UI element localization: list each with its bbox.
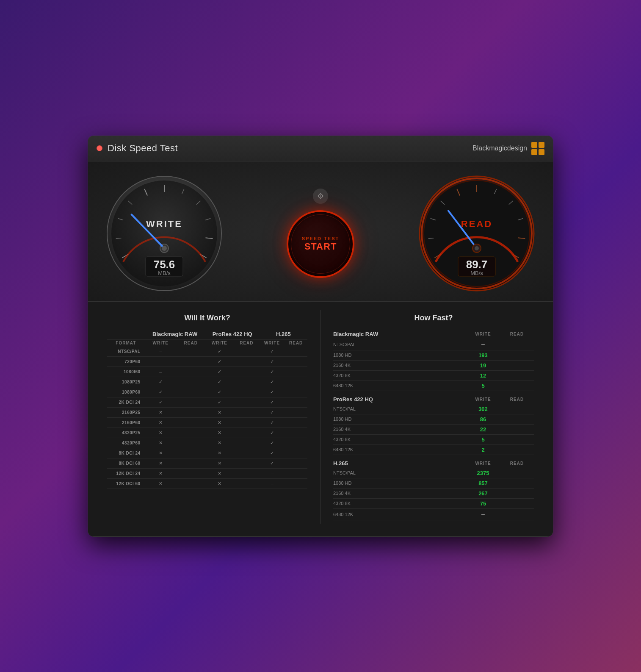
will-it-sub-headers: FORMAT WRITE READ WRITE READ WRITE READ: [107, 339, 307, 347]
pro-write: ✕: [205, 448, 234, 458]
write-gauge: WRITE 75.6 MB/s: [105, 174, 224, 293]
format-cell: 2160p25: [107, 407, 145, 417]
pro-write: ✓: [205, 387, 234, 397]
hf-write-val: 2375: [466, 470, 500, 476]
pro-read: [234, 448, 260, 458]
pro-write: ✕: [205, 478, 234, 489]
pro-write: ✕: [205, 417, 234, 428]
how-fast-panel: How Fast? Blackmagic RAW WRITE READ NTSC…: [320, 310, 540, 524]
hf-row-label: 6480 12K: [333, 447, 466, 452]
h265-read: [285, 387, 307, 397]
hf-row-label: 4320 8K: [333, 373, 466, 378]
hf-read-col: READ: [500, 397, 534, 402]
pro-write: ✓: [205, 397, 234, 407]
pro-write: ✕: [205, 458, 234, 468]
will-it-work-title: Will It Work?: [107, 310, 307, 329]
hf-row-label: 6480 12K: [333, 383, 466, 388]
h265-write: –: [260, 478, 285, 489]
list-item: 1080 HD 86: [333, 414, 534, 425]
how-fast-group: Blackmagic RAW WRITE READ NTSC/PAL – 108…: [333, 329, 534, 391]
h265-write-label: WRITE: [260, 339, 285, 347]
titlebar: Disk Speed Test Blackmagicdesign: [88, 136, 553, 161]
hf-row-label: 1080 HD: [333, 353, 466, 358]
settings-button[interactable]: ⚙: [313, 189, 328, 204]
pro-write: ✓: [205, 356, 234, 367]
hf-read-col: READ: [500, 332, 534, 336]
bmr-write: ✕: [145, 438, 177, 448]
bmr-read: [177, 448, 205, 458]
bmr-read: [177, 417, 205, 428]
bmr-read: [177, 458, 205, 468]
format-cell: 8K DCI 60: [107, 458, 145, 468]
bmr-write: –: [145, 347, 177, 357]
hf-row-label: NTSC/PAL: [333, 470, 466, 475]
pro-read: [234, 387, 260, 397]
hf-group-name: ProRes 422 HQ: [333, 396, 466, 403]
brand-name: Blackmagicdesign: [472, 144, 527, 152]
hf-write-val: 12: [466, 372, 500, 379]
start-label-top: SPEED TEST: [302, 236, 339, 241]
bmr-write: ✕: [145, 428, 177, 438]
bmr-read: [177, 377, 205, 387]
bmr-read: [177, 397, 205, 407]
brand-icon: [531, 142, 544, 155]
format-cell: 1080i60: [107, 367, 145, 377]
format-col-header: [107, 329, 145, 339]
pro-write: ✓: [205, 377, 234, 387]
h265-read: [285, 458, 307, 468]
how-fast-group: ProRes 422 HQ WRITE READ NTSC/PAL 302 10…: [333, 394, 534, 455]
table-row: 2K DCI 24✓✓✓: [107, 397, 307, 407]
list-item: 6480 12K 5: [333, 381, 534, 391]
table-row: 12K DCI 60✕✕–: [107, 478, 307, 489]
hf-row-label: 2160 4K: [333, 363, 466, 368]
hf-row-label: 1080 HD: [333, 480, 466, 486]
bmr-read: [177, 356, 205, 367]
bmr-header: Blackmagic RAW: [145, 329, 205, 339]
bmr-write: ✓: [145, 387, 177, 397]
h265-read: [285, 438, 307, 448]
h265-write: ✓: [260, 347, 285, 357]
h265-read: [285, 367, 307, 377]
pro-read: [234, 438, 260, 448]
hf-row-label: 1080 HD: [333, 417, 466, 422]
h265-read: [285, 478, 307, 489]
app-title: Disk Speed Test: [108, 143, 178, 154]
h265-write: ✓: [260, 387, 285, 397]
hf-write-val: 86: [466, 416, 500, 422]
h265-write: ✓: [260, 458, 285, 468]
hf-write-val: 193: [466, 352, 500, 358]
svg-point-37: [475, 246, 479, 250]
hf-write-val: 75: [466, 500, 500, 507]
brand-logo: Blackmagicdesign: [472, 142, 544, 155]
bmr-write: ✕: [145, 417, 177, 428]
format-cell: 12K DCI 24: [107, 468, 145, 478]
h265-read: [285, 417, 307, 428]
svg-text:WRITE: WRITE: [146, 219, 182, 229]
table-row: 1080p60✓✓✓: [107, 387, 307, 397]
how-fast-content: Blackmagic RAW WRITE READ NTSC/PAL – 108…: [333, 329, 534, 520]
close-button[interactable]: [97, 145, 102, 151]
hf-write-val: 5: [466, 436, 500, 443]
format-cell: 1080p60: [107, 387, 145, 397]
h265-read: [285, 377, 307, 387]
h265-write: ✓: [260, 377, 285, 387]
h265-write: ✓: [260, 438, 285, 448]
pro-write: ✕: [205, 438, 234, 448]
list-item: 6480 12K 2: [333, 445, 534, 455]
how-fast-group-header: H.265 WRITE READ: [333, 458, 534, 468]
h265-write: ✓: [260, 417, 285, 428]
h265-read: [285, 448, 307, 458]
table-row: 12K DCI 24✕✕–: [107, 468, 307, 478]
list-item: 2160 4K 19: [333, 361, 534, 371]
bmr-write: ✓: [145, 377, 177, 387]
pro-read: [234, 347, 260, 357]
table-row: NTSC/PAL–✓✓: [107, 347, 307, 357]
pro-read: [234, 468, 260, 478]
h265-write: ✓: [260, 407, 285, 417]
list-item: 2160 4K 267: [333, 489, 534, 499]
hf-write-val: 857: [466, 480, 500, 486]
pro-read: [234, 458, 260, 468]
start-button[interactable]: SPEED TEST START: [287, 210, 354, 278]
list-item: NTSC/PAL –: [333, 339, 534, 350]
hf-write-col: WRITE: [466, 397, 500, 402]
